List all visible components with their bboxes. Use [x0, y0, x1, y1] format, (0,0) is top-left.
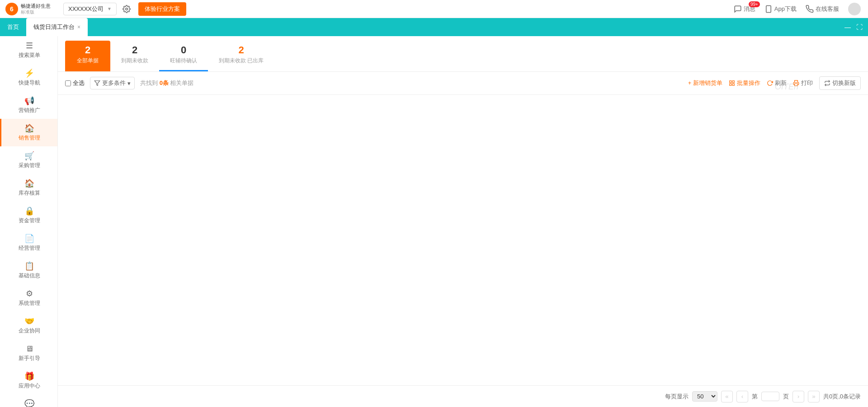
- switch-icon: [824, 80, 830, 86]
- inventory-icon: 🏠: [24, 179, 34, 187]
- stat-tab-all[interactable]: 2 全部单据: [65, 41, 110, 71]
- sidebar-item-newcomer[interactable]: 🖥 新手引导: [0, 339, 57, 367]
- batch-icon: [729, 80, 735, 86]
- sidebar-item-collab[interactable]: 🤝 企业协同: [0, 312, 57, 339]
- first-page-button[interactable]: «: [721, 391, 733, 402]
- fund-icon: 🔒: [24, 207, 34, 215]
- stats-tabs: 2 全部单据 2 到期未收款 0 旺辅待确认 2 到期未收款 已出库: [58, 36, 868, 72]
- table-area: [58, 95, 868, 385]
- tab-close-icon[interactable]: ×: [77, 24, 80, 30]
- trial-button[interactable]: 体验行业方案: [138, 2, 186, 16]
- print-button[interactable]: 打印: [793, 79, 813, 87]
- home-tab[interactable]: 首页: [0, 18, 26, 36]
- found-text: 共找到 0条 相关单据: [140, 79, 193, 87]
- user-avatar[interactable]: [848, 3, 863, 15]
- switch-new-button[interactable]: 切换新版: [819, 76, 861, 90]
- messages-badge: 99+: [749, 1, 760, 7]
- more-filter-button[interactable]: 更多条件 ▾: [90, 77, 135, 89]
- logo-text: 畅捷通好生意 标准版: [21, 3, 51, 15]
- purchase-icon: 🛒: [24, 152, 34, 160]
- svg-rect-4: [730, 81, 731, 83]
- sidebar-item-purchase[interactable]: 🛒 采购管理: [0, 146, 57, 174]
- total-info: 共0页,0条记录: [823, 393, 861, 401]
- app-center-icon: 🎁: [24, 372, 34, 380]
- header-right: 消息 99+ App下载 在线客服: [734, 3, 863, 15]
- pagination-bar: 每页显示 50 10 20 100 « ‹ 第 1 页 › » 共0页,0条记录: [58, 385, 868, 407]
- batch-ops-button[interactable]: 批量操作: [729, 79, 760, 87]
- next-page-button[interactable]: ›: [793, 391, 804, 402]
- svg-point-0: [126, 8, 128, 10]
- select-all-input[interactable]: [65, 80, 71, 86]
- select-all-checkbox[interactable]: 全选: [65, 79, 85, 87]
- online-service-button[interactable]: 在线客服: [806, 5, 839, 13]
- page-number-input[interactable]: 1: [761, 392, 779, 401]
- print-icon: [793, 80, 799, 86]
- svg-rect-7: [730, 84, 731, 86]
- sidebar-item-app-center[interactable]: 🎁 应用中心: [0, 367, 57, 394]
- sidebar-item-sales[interactable]: 🏠 销售管理: [0, 119, 57, 146]
- search-menu-icon: ☰: [26, 42, 33, 50]
- tab-bar: 首页 钱货日清工作台 × — ⛶: [0, 18, 868, 36]
- svg-rect-6: [732, 84, 734, 86]
- chevron-down-icon: ▾: [127, 80, 131, 87]
- svg-rect-5: [732, 81, 734, 83]
- main-layout: ☰ 搜索菜单 ⚡ 快捷导航 📢 营销推广 🏠 销售管理 🛒 采购管理 🏠 库存核…: [0, 36, 868, 407]
- sidebar-item-corp-wechat[interactable]: 💬 企业微信: [0, 394, 57, 407]
- sidebar-item-search-menu[interactable]: ☰ 搜索菜单: [0, 36, 57, 64]
- sidebar-item-basic[interactable]: 📋 基础信息: [0, 257, 57, 284]
- toolbar: 全选 更多条件 ▾ 共找到 0条 相关单据 + 新增销货单 批量操作: [58, 72, 868, 95]
- company-selector[interactable]: XXXXXX公司 ▼: [63, 3, 117, 15]
- stat-tab-pending[interactable]: 0 旺辅待确认: [159, 41, 208, 71]
- stat-tab-shipped[interactable]: 2 到期未收款 已出库: [208, 41, 274, 71]
- svg-marker-3: [94, 81, 100, 86]
- toolbar-right: + 新增销货单 批量操作 刷新 打印 切换新版: [688, 76, 861, 90]
- refresh-icon: [767, 80, 773, 86]
- stat-tab-overdue[interactable]: 2 到期未收款: [110, 41, 159, 71]
- sales-icon: 🏠: [24, 124, 34, 132]
- svg-rect-8: [795, 84, 798, 86]
- sidebar-item-quick-nav[interactable]: ⚡ 快捷导航: [0, 64, 57, 91]
- sidebar: ☰ 搜索菜单 ⚡ 快捷导航 📢 营销推广 🏠 销售管理 🛒 采购管理 🏠 库存核…: [0, 36, 58, 407]
- app-download-button[interactable]: App下载: [764, 5, 797, 13]
- logo-area: 6 畅捷通好生意 标准版: [5, 3, 63, 15]
- tab-bar-controls: — ⛶: [844, 23, 868, 31]
- refresh-button[interactable]: 刷新: [767, 79, 787, 87]
- add-sales-button[interactable]: + 新增销货单: [688, 79, 722, 87]
- workbench-tab[interactable]: 钱货日清工作台 ×: [26, 18, 88, 36]
- maximize-icon[interactable]: ⛶: [856, 23, 863, 31]
- avatar: [848, 3, 861, 15]
- quick-nav-icon: ⚡: [24, 69, 34, 77]
- biz-icon: 📄: [24, 234, 34, 243]
- sidebar-item-fund[interactable]: 🔒 资金管理: [0, 201, 57, 229]
- page-size-select[interactable]: 50 10 20 100: [692, 391, 717, 402]
- sidebar-item-system[interactable]: ⚙ 系统管理: [0, 284, 57, 312]
- messages-button[interactable]: 消息 99+: [734, 5, 755, 13]
- top-header: 6 畅捷通好生意 标准版 XXXXXX公司 ▼ 体验行业方案 消息 99+ Ap…: [0, 0, 868, 18]
- logo-icon: 6: [5, 3, 18, 15]
- marketing-icon: 📢: [24, 97, 34, 105]
- last-page-button[interactable]: »: [808, 391, 820, 402]
- sidebar-item-inventory[interactable]: 🏠 库存核算: [0, 174, 57, 201]
- sidebar-item-marketing[interactable]: 📢 营销推广: [0, 91, 57, 119]
- content-area: 2 全部单据 2 到期未收款 0 旺辅待确认 2 到期未收款 已出库 全选: [58, 36, 868, 407]
- chevron-down-icon: ▼: [107, 6, 112, 11]
- basic-icon: 📋: [24, 262, 34, 270]
- settings-icon[interactable]: [120, 3, 133, 15]
- sidebar-item-biz[interactable]: 📄 经营管理: [0, 229, 57, 257]
- system-icon: ⚙: [26, 290, 33, 298]
- minimize-icon[interactable]: —: [844, 23, 851, 31]
- newcomer-icon: 🖥: [25, 345, 33, 353]
- corp-wechat-icon: 💬: [24, 400, 34, 407]
- prev-page-button[interactable]: ‹: [736, 391, 748, 402]
- filter-icon: [94, 80, 100, 86]
- collab-icon: 🤝: [24, 317, 34, 325]
